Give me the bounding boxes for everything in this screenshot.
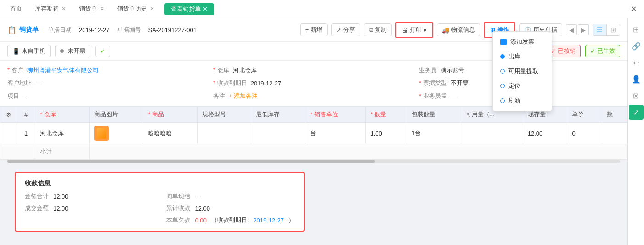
share-button[interactable]: ↗ 分享 <box>331 23 360 36</box>
sidebar-icon-expand[interactable]: ⤢ <box>629 105 644 120</box>
total-label: 金额合计 <box>25 192 49 200</box>
payment-date-label: 收款到期日 <box>213 79 247 87</box>
sidebar-icon-1[interactable]: ⊞ <box>629 22 644 37</box>
cumulative-row: 累计收款 12.00 <box>166 204 294 212</box>
new-button[interactable]: + 新增 <box>300 23 328 36</box>
col-num: # <box>17 107 35 123</box>
product-image <box>94 126 109 141</box>
tab-view-sales[interactable]: 查看销货单 ✕ <box>164 3 214 15</box>
subtotal-row: 小计 <box>0 144 627 160</box>
salesperson2-value: — <box>451 93 457 100</box>
table-row: 1 河北仓库 嘻嘻嘻嘻 台 1.00 1台 12.00 0. <box>0 123 627 144</box>
confirm-button[interactable]: ✓ <box>95 46 110 57</box>
col-unit: * 销售单位 <box>305 107 366 123</box>
arrears-close: ） <box>288 216 294 224</box>
settlement-label: 同单现结 <box>166 192 190 200</box>
prev-button[interactable]: ◀ <box>566 24 577 35</box>
cumulative-label: 累计收款 <box>166 204 190 212</box>
customer-row: 客户 柳州粤港平安气体有限公司 <box>7 66 209 74</box>
logistics-button[interactable]: 🚚 物流信息 <box>437 23 480 36</box>
sidebar-icon-5[interactable]: ⊠ <box>629 88 644 103</box>
dropdown-add-invoice[interactable]: 添加发票 <box>493 34 552 49</box>
dropdown-available-fetch[interactable]: 可用量提取 <box>493 64 552 79</box>
arrears-due-date: 2019-12-27 <box>253 217 284 224</box>
scrollbar[interactable] <box>7 160 620 163</box>
deal-row: 成交金额 12.00 <box>25 204 153 212</box>
print-icon: 🖨 <box>402 27 408 34</box>
not-open-button[interactable]: 未开票 <box>55 45 90 57</box>
add-invoice-icon <box>500 39 507 45</box>
tab-inventory-init[interactable]: 库存期初 ✕ <box>28 0 73 18</box>
tab-home[interactable]: 首页 <box>4 0 28 18</box>
next-button[interactable]: ▶ <box>578 24 589 35</box>
tab-bar: 首页 库存期初 ✕ 销货单 ✕ 销货单历史 ✕ 查看销货单 ✕ ✕ <box>0 0 644 18</box>
tab-inventory-init-close[interactable]: ✕ <box>62 6 66 12</box>
tab-sales-history-close[interactable]: ✕ <box>150 6 154 12</box>
sidebar-icon-2[interactable]: 🔗 <box>629 39 644 53</box>
row-product-cell: 嘻嘻嘻嘻 <box>143 123 198 144</box>
project-row: 项目 — <box>7 92 209 100</box>
total-row: 金额合计 12.00 <box>25 192 153 200</box>
doc-meta: 单据日期 2019-12-27 单据编号 SA-20191227-001 <box>48 26 197 34</box>
notes-label: 备注 <box>213 92 225 100</box>
locate-icon <box>500 84 505 88</box>
dropdown-refresh[interactable]: 刷新 <box>493 93 552 108</box>
scrollbar-thumb <box>7 160 375 163</box>
delivery-icon <box>500 54 505 59</box>
effective-button[interactable]: ✓ 已生效 <box>585 45 620 57</box>
dropdown-locate[interactable]: 定位 <box>493 79 552 93</box>
available-fetch-icon <box>500 69 505 74</box>
customer-value[interactable]: 柳州粤港平安气体有限公司 <box>27 66 99 74</box>
sidebar-icon-3[interactable]: ↩ <box>629 55 644 70</box>
mobile-icon: 📱 <box>12 48 20 55</box>
row-min-stock-cell <box>251 123 305 144</box>
dropdown-delivery[interactable]: 出库 <box>493 49 552 64</box>
effective-icon: ✓ <box>590 48 595 55</box>
arrears-label: 本单欠款 <box>166 216 190 224</box>
copy-icon: ⧉ <box>369 26 373 34</box>
col-settings[interactable]: ⚙ <box>0 107 17 123</box>
address-row: 客户地址 — <box>7 79 209 87</box>
share-icon: ↗ <box>336 27 341 34</box>
logistics-icon: 🚚 <box>442 27 449 34</box>
row-extra-cell <box>602 123 627 144</box>
grid-view-button[interactable]: ⊞ <box>607 24 620 35</box>
row-actions-cell <box>0 123 17 144</box>
refresh-icon <box>500 98 505 103</box>
payment-date-value: 2019-12-27 <box>251 80 282 87</box>
copy-button[interactable]: ⧉ 复制 <box>364 23 392 36</box>
payment-section: 收款信息 金额合计 12.00 成交金额 12.00 同单现结 — 累计收款 <box>15 172 305 232</box>
tab-bar-close[interactable]: ✕ <box>627 5 640 13</box>
project-value: — <box>23 93 29 100</box>
deal-value: 12.00 <box>53 205 68 212</box>
col-extra: 数 <box>602 107 627 123</box>
payment-grid: 金额合计 12.00 成交金额 12.00 同单现结 — 累计收款 12.00 <box>25 192 294 224</box>
row-warehouse-cell: 河北仓库 <box>35 123 90 144</box>
product-table-wrap: ⚙ # * 仓库 商品图片 * 商品 规格型号 最低库存 * 销售单位 * 数量… <box>0 106 627 160</box>
sidebar-icon-4[interactable]: 👤 <box>629 72 644 86</box>
subtotal-label: 小计 <box>35 144 90 160</box>
warehouse-row: 仓库 河北仓库 <box>213 66 414 74</box>
arrears-note: （收款到期日: <box>211 216 249 224</box>
view-toggle: ☰ ⊞ <box>593 24 620 36</box>
tab-sales-history[interactable]: 销货单历史 ✕ <box>111 0 161 18</box>
print-button[interactable]: 🖨 打印 ▾ <box>397 24 431 36</box>
customer-label: 客户 <box>7 66 23 74</box>
tab-view-sales-close[interactable]: ✕ <box>203 6 208 12</box>
settlement-row: 同单现结 — <box>166 192 294 200</box>
warehouse-value: 河北仓库 <box>233 66 257 74</box>
salesperson-value: 演示账号 <box>441 66 464 74</box>
row-price-cell: 0. <box>567 123 602 144</box>
row-spec-cell <box>197 123 251 144</box>
date-label: 单据日期 <box>48 26 72 34</box>
list-view-button[interactable]: ☰ <box>593 24 607 35</box>
col-min-stock: 最低库存 <box>251 107 305 123</box>
tab-sales-order-close[interactable]: ✕ <box>100 6 104 12</box>
product-table: ⚙ # * 仓库 商品图片 * 商品 规格型号 最低库存 * 销售单位 * 数量… <box>0 106 627 160</box>
add-notes-button[interactable]: + 添加备注 <box>229 92 258 100</box>
col-image: 商品图片 <box>89 107 143 123</box>
row-num-cell: 1 <box>17 123 35 144</box>
from-mobile-button[interactable]: 📱 来自手机 <box>7 45 51 57</box>
tab-sales-order[interactable]: 销货单 ✕ <box>73 0 111 18</box>
warehouse-label: 仓库 <box>213 66 229 74</box>
